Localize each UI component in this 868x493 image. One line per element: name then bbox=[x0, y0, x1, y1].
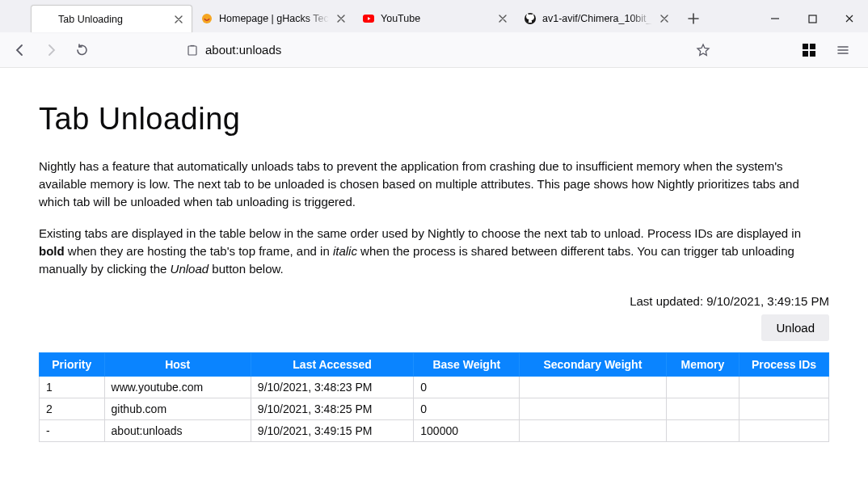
navigation-toolbar: about:unloads bbox=[0, 32, 868, 68]
window-maximize-button[interactable] bbox=[794, 5, 831, 32]
cell-priority: 2 bbox=[40, 398, 105, 419]
app-menu-button[interactable] bbox=[829, 36, 857, 64]
cell-last-accessed: 9/10/2021, 3:48:23 PM bbox=[251, 376, 413, 398]
col-process-ids: Process IDs bbox=[739, 352, 829, 376]
unload-button-row: Unload bbox=[39, 314, 829, 341]
identity-icon bbox=[186, 44, 199, 56]
page-content: Tab Unloading Nightly has a feature that… bbox=[0, 68, 868, 461]
cell-memory bbox=[666, 398, 739, 419]
cell-priority: 1 bbox=[40, 376, 105, 398]
page-title: Tab Unloading bbox=[39, 102, 829, 137]
table-row: 2github.com9/10/2021, 3:48:25 PM0 bbox=[40, 398, 829, 419]
tab-label: Tab Unloading bbox=[58, 14, 166, 25]
cell-memory bbox=[666, 419, 739, 441]
table-row: 1www.youtube.com9/10/2021, 3:48:23 PM0 bbox=[40, 376, 829, 398]
intro-paragraph-1: Nightly has a feature that automatically… bbox=[39, 158, 829, 210]
tab-priority-table: Priority Host Last Accessed Base Weight … bbox=[39, 352, 829, 442]
browser-tab[interactable]: av1-avif/Chimera_10bit_cropped bbox=[516, 5, 677, 32]
svg-rect-4 bbox=[188, 46, 196, 55]
tab-close-icon[interactable] bbox=[496, 12, 509, 25]
cell-last-accessed: 9/10/2021, 3:49:15 PM bbox=[251, 419, 413, 441]
cell-process-ids bbox=[739, 419, 829, 441]
browser-tab[interactable]: Tab Unloading bbox=[31, 5, 192, 32]
extension-tiles-button[interactable] bbox=[795, 36, 823, 64]
browser-tab[interactable]: YouTube bbox=[354, 5, 516, 32]
tab-close-icon[interactable] bbox=[335, 12, 348, 25]
tab-close-icon[interactable] bbox=[658, 12, 671, 25]
cell-priority: - bbox=[40, 419, 105, 441]
cell-process-ids bbox=[739, 376, 829, 398]
tab-close-icon[interactable] bbox=[172, 13, 185, 26]
svg-rect-3 bbox=[809, 15, 816, 23]
tab-label: Homepage | gHacks Technology bbox=[219, 13, 329, 24]
col-priority: Priority bbox=[40, 352, 105, 376]
cell-base-weight: 100000 bbox=[414, 419, 520, 441]
tab-strip: Tab UnloadingHomepage | gHacks Technolog… bbox=[0, 0, 868, 32]
new-tab-button[interactable] bbox=[680, 5, 706, 32]
cell-host: github.com bbox=[104, 398, 251, 419]
svg-point-0 bbox=[202, 14, 212, 23]
window-minimize-button[interactable] bbox=[756, 5, 794, 32]
tabs-container: Tab UnloadingHomepage | gHacks Technolog… bbox=[31, 5, 677, 32]
tab-favicon bbox=[362, 12, 375, 25]
tab-favicon bbox=[40, 13, 53, 26]
cell-process-ids bbox=[739, 398, 829, 419]
last-updated-label: Last updated: bbox=[630, 294, 706, 308]
col-memory: Memory bbox=[666, 352, 739, 376]
cell-base-weight: 0 bbox=[414, 376, 520, 398]
tab-label: YouTube bbox=[381, 13, 491, 24]
toolbar-right bbox=[795, 36, 862, 64]
last-updated: Last updated: 9/10/2021, 3:49:15 PM bbox=[39, 294, 829, 308]
cell-last-accessed: 9/10/2021, 3:48:25 PM bbox=[251, 398, 413, 419]
col-secondary-weight: Secondary Weight bbox=[520, 352, 666, 376]
col-host: Host bbox=[104, 352, 251, 376]
browser-tab[interactable]: Homepage | gHacks Technology bbox=[192, 5, 354, 32]
unload-button[interactable]: Unload bbox=[761, 314, 829, 341]
window-controls bbox=[756, 5, 868, 32]
col-last-accessed: Last Accessed bbox=[251, 352, 413, 376]
table-row: -about:unloads9/10/2021, 3:49:15 PM10000… bbox=[40, 419, 829, 441]
reload-button[interactable] bbox=[68, 36, 95, 64]
tab-label: av1-avif/Chimera_10bit_cropped bbox=[542, 13, 652, 24]
tiles-icon bbox=[803, 44, 815, 57]
cell-host: www.youtube.com bbox=[104, 376, 251, 398]
bookmark-star-icon[interactable] bbox=[693, 43, 713, 57]
cell-host: about:unloads bbox=[104, 419, 251, 441]
cell-base-weight: 0 bbox=[414, 398, 520, 419]
url-text: about:unloads bbox=[205, 43, 687, 57]
cell-secondary-weight bbox=[520, 398, 666, 419]
last-updated-value: 9/10/2021, 3:49:15 PM bbox=[706, 294, 829, 308]
cell-secondary-weight bbox=[520, 376, 666, 398]
cell-secondary-weight bbox=[520, 419, 666, 441]
tab-favicon bbox=[200, 12, 213, 25]
col-base-weight: Base Weight bbox=[414, 352, 520, 376]
back-button[interactable] bbox=[6, 36, 34, 64]
tab-favicon bbox=[524, 12, 537, 25]
intro-paragraph-2: Existing tabs are displayed in the table… bbox=[39, 225, 829, 277]
url-bar[interactable]: about:unloads bbox=[179, 37, 719, 63]
forward-button[interactable] bbox=[37, 36, 65, 64]
window-close-button[interactable] bbox=[831, 5, 868, 32]
cell-memory bbox=[666, 376, 739, 398]
table-header-row: Priority Host Last Accessed Base Weight … bbox=[40, 352, 829, 376]
